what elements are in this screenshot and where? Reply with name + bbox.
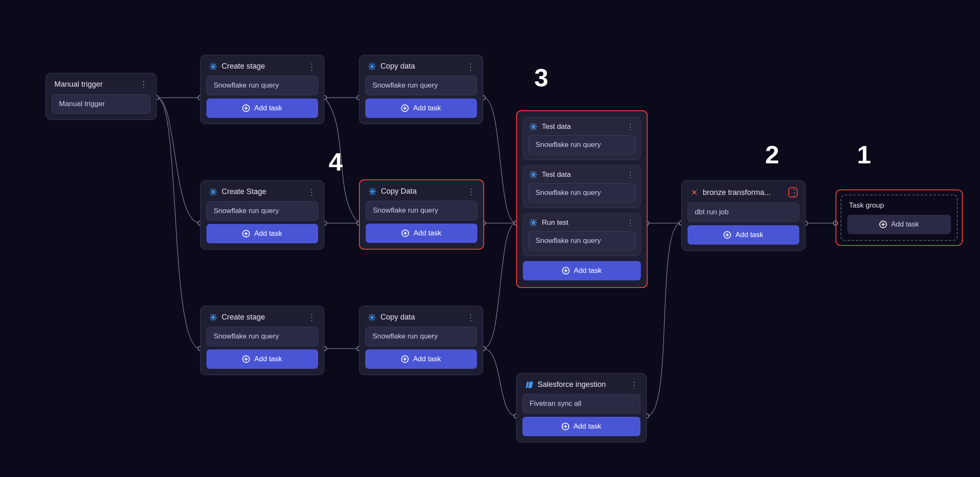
annotation-2: 2: [765, 140, 779, 169]
add-task-label: Add task: [413, 355, 441, 363]
subnode-title: Run test: [542, 219, 622, 227]
plus-circle-icon: [562, 423, 569, 430]
task-pill[interactable]: Snowflake run query: [206, 327, 318, 346]
plus-circle-icon: [242, 104, 250, 112]
plus-circle-icon: [242, 355, 250, 363]
node-title: Create stage: [222, 313, 303, 322]
snowflake-icon: [209, 313, 217, 322]
node-create-stage-2[interactable]: Create Stage ⋮ Snowflake run query Add t…: [200, 180, 324, 250]
add-task-button[interactable]: Add task: [688, 225, 799, 245]
task-group-title: Task group: [847, 201, 951, 215]
task-pill[interactable]: Snowflake run query: [528, 231, 635, 250]
trigger-pill[interactable]: Manual trigger: [52, 94, 150, 114]
annotation-4: 4: [329, 147, 343, 176]
kebab-icon[interactable]: ⋮: [629, 382, 639, 387]
plus-circle-icon: [562, 267, 570, 274]
node-title: Salesforce ingestion: [538, 380, 625, 389]
task-pill[interactable]: dbt run job: [688, 203, 799, 222]
kebab-icon[interactable]: ⋮: [466, 189, 476, 194]
node-salesforce-ingestion[interactable]: Salesforce ingestion ⋮ Fivetran sync all…: [516, 373, 647, 442]
kebab-icon[interactable]: ⋮: [626, 221, 635, 225]
task-pill[interactable]: Snowflake run query: [366, 201, 477, 220]
node-task-group-empty[interactable]: Task group Add task: [835, 189, 963, 246]
annotation-1: 1: [857, 140, 871, 169]
task-pill[interactable]: Fivetran sync all: [522, 394, 640, 413]
add-task-button[interactable]: Add task: [523, 261, 641, 280]
snowflake-icon: [368, 313, 376, 322]
add-task-label: Add task: [891, 220, 919, 229]
add-task-label: Add task: [413, 229, 441, 237]
kebab-icon[interactable]: ⋮: [788, 187, 798, 197]
kebab-icon[interactable]: ⋮: [466, 315, 475, 320]
add-task-button[interactable]: Add task: [522, 417, 640, 436]
add-task-button[interactable]: Add task: [366, 224, 477, 243]
add-task-button[interactable]: Add task: [365, 349, 477, 369]
task-pill[interactable]: Snowflake run query: [365, 76, 477, 95]
node-title: bronze transforma...: [703, 188, 784, 197]
add-task-label: Add task: [254, 104, 282, 112]
snowflake-icon: [368, 187, 377, 196]
node-copy-data-1[interactable]: Copy data ⋮ Snowflake run query Add task: [359, 55, 483, 124]
add-task-label: Add task: [254, 355, 282, 363]
snowflake-icon: [529, 123, 538, 131]
snowflake-icon: [209, 62, 217, 71]
plus-circle-icon: [879, 221, 887, 228]
task-pill[interactable]: Snowflake run query: [206, 76, 318, 95]
add-task-label: Add task: [735, 231, 763, 239]
add-task-button[interactable]: Add task: [847, 215, 951, 234]
fivetran-icon: [525, 381, 533, 389]
kebab-icon[interactable]: ⋮: [307, 64, 316, 69]
annotation-3: 3: [534, 63, 548, 92]
node-create-stage-3[interactable]: Create stage ⋮ Snowflake run query Add t…: [200, 306, 324, 375]
snowflake-icon: [529, 171, 538, 179]
subnode-title: Test data: [542, 171, 622, 179]
manual-trigger-title: Manual trigger: [54, 80, 103, 89]
node-test-group[interactable]: Test data ⋮ Snowflake run query Test dat…: [516, 110, 648, 288]
add-task-button[interactable]: Add task: [206, 349, 318, 369]
subnode-title: Test data: [542, 123, 622, 131]
plus-circle-icon: [402, 229, 409, 237]
task-pill[interactable]: Snowflake run query: [365, 327, 477, 346]
snowflake-icon: [529, 219, 538, 227]
plus-circle-icon: [723, 231, 731, 239]
add-task-button[interactable]: Add task: [206, 99, 318, 118]
kebab-icon[interactable]: ⋮: [626, 125, 635, 129]
node-title: Copy data: [380, 313, 462, 322]
snowflake-icon: [209, 188, 217, 196]
plus-circle-icon: [401, 355, 409, 363]
snowflake-icon: [368, 62, 376, 71]
node-copy-data-3[interactable]: Copy data ⋮ Snowflake run query Add task: [359, 306, 483, 375]
plus-circle-icon: [401, 104, 409, 112]
plus-circle-icon: [242, 230, 250, 237]
add-task-button[interactable]: Add task: [206, 224, 318, 243]
node-title: Create stage: [222, 62, 303, 71]
node-title: Copy Data: [381, 187, 462, 196]
kebab-icon[interactable]: ⋮: [307, 189, 316, 195]
add-task-label: Add task: [573, 422, 601, 431]
node-title: Create Stage: [222, 187, 303, 196]
node-bronze-transformations[interactable]: bronze transforma... ⋮ dbt run job Add t…: [681, 180, 806, 251]
dbt-icon: [690, 188, 699, 197]
add-task-button[interactable]: Add task: [365, 99, 477, 118]
task-pill[interactable]: Snowflake run query: [528, 135, 635, 155]
node-title: Copy data: [380, 62, 462, 71]
edges-layer: [0, 0, 980, 477]
add-task-label: Add task: [413, 104, 441, 112]
kebab-icon[interactable]: ⋮: [139, 79, 148, 89]
kebab-icon[interactable]: ⋮: [466, 64, 475, 69]
kebab-icon[interactable]: ⋮: [307, 315, 316, 320]
subnode-run-test[interactable]: Run test ⋮ Snowflake run query: [523, 213, 641, 256]
task-pill[interactable]: Snowflake run query: [206, 201, 318, 221]
kebab-icon[interactable]: ⋮: [626, 173, 635, 177]
task-pill[interactable]: Snowflake run query: [528, 183, 635, 203]
subnode-test-data-2[interactable]: Test data ⋮ Snowflake run query: [523, 165, 641, 208]
node-copy-data-2[interactable]: Copy Data ⋮ Snowflake run query Add task: [359, 179, 484, 250]
add-task-label: Add task: [254, 229, 282, 238]
add-task-label: Add task: [574, 266, 602, 275]
subnode-test-data-1[interactable]: Test data ⋮ Snowflake run query: [523, 117, 641, 160]
node-manual-trigger[interactable]: Manual trigger ⋮ Manual trigger: [46, 73, 157, 120]
node-create-stage-1[interactable]: Create stage ⋮ Snowflake run query Add t…: [200, 55, 324, 124]
